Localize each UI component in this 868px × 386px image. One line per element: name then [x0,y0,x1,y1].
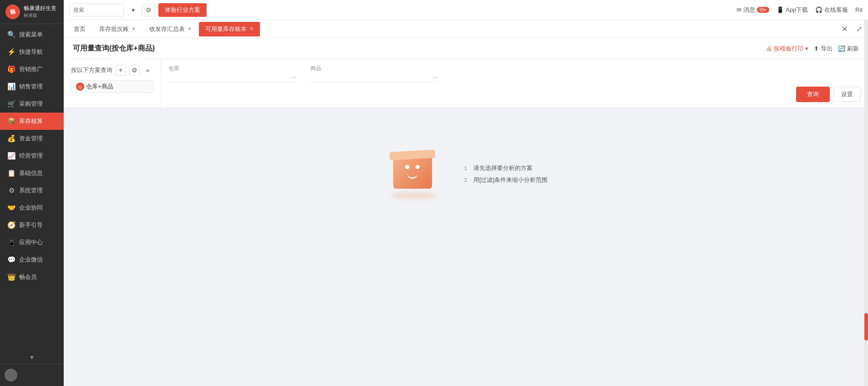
tabs-bar: 首页 库存批次账 ✕ 收发存汇总表 ✕ 可用量库存账本 ✕ ✕ ⤢ [64,20,868,38]
tab-batch-ledger[interactable]: 库存批次账 ✕ [93,22,142,36]
sidebar-item-vip[interactable]: 👑 畅会员 [0,268,64,286]
tab-available-ledger[interactable]: 可用量库存账本 ✕ [199,22,260,36]
tab-home-label: 首页 [74,25,86,33]
app-edition: 标准版 [24,12,56,19]
app-center-icon: 📱 [7,238,15,247]
tip-num-1: 1 [462,164,470,172]
right-scrollbar [864,20,868,386]
vip-icon: 👑 [7,273,15,281]
goods-more-btn[interactable]: ··· [432,73,438,81]
refresh-btn[interactable]: 🔄 刷新 [838,45,859,53]
refresh-label: 刷新 [847,45,859,53]
scheme-item-warehouse-goods[interactable]: ◎ 仓库+商品 [71,80,153,93]
tab-receipt-summary-close[interactable]: ✕ [188,26,192,32]
guide-icon: 🧭 [7,221,15,229]
search-icon: 🔍 [7,31,15,39]
sidebar-item-inventory[interactable]: 📦 库存核算 [0,113,64,130]
settings-outline-btn[interactable]: 设置 [833,87,861,102]
purchase-icon: 🛒 [7,100,15,108]
app-download-btn[interactable]: 📱 App下载 [777,6,808,14]
print-template-btn[interactable]: 🖨 按模板打印 ▾ [766,45,808,53]
filter-scheme-settings-btn[interactable]: ⚙ [129,65,140,76]
messages-btn[interactable]: ✉ 消息 99+ [736,6,769,14]
sidebar-item-marketing[interactable]: 🎁 营销推广 [0,61,64,78]
tab-batch-ledger-label: 库存批次账 [99,25,129,33]
eye-left [405,165,409,169]
empty-mouth [407,174,417,179]
sidebar-scroll-down[interactable]: ▼ [0,351,64,364]
query-btn[interactable]: 查询 [796,87,830,102]
sidebar-item-label: 基础信息 [19,169,43,177]
sidebar-item-enterprise-wechat[interactable]: 💬 企业微信 [0,251,64,268]
sidebar-item-finance[interactable]: 💰 资金管理 [0,130,64,147]
message-icon: ✉ [736,6,741,13]
username-display: Rit [855,6,863,13]
sidebar-item-label: 企业协同 [19,204,43,212]
sidebar-item-system[interactable]: ⚙ 系统管理 [0,182,64,199]
online-service-label: 在线客服 [824,6,848,14]
tip-text-1: 请先选择要分析的方案 [473,164,533,172]
sidebar-item-label: 快捷导航 [19,48,43,56]
sidebar-item-label: 采购管理 [19,100,43,108]
goods-input[interactable] [310,74,432,81]
tab-available-ledger-close[interactable]: ✕ [249,26,254,32]
scrollbar-thumb [864,313,868,340]
sidebar-item-sales[interactable]: 📊 销售管理 [0,78,64,95]
sidebar-item-label: 库存核算 [19,117,43,125]
empty-tip-1: 1 请先选择要分析的方案 [462,164,548,172]
sidebar-item-quick-nav[interactable]: ⚡ 快捷导航 [0,43,64,61]
topbar-dropdown-btn[interactable]: ▾ [127,5,138,15]
filter-field-warehouse: 仓库 ··· [168,65,296,82]
tabs-close-all-btn[interactable]: ✕ [839,24,850,35]
quick-nav-icon: ⚡ [7,48,15,56]
tab-receipt-summary-label: 收发存汇总表 [149,25,185,33]
topbar-industry-btn[interactable]: 体验行业方案 [158,3,207,17]
sidebar-item-purchase[interactable]: 🛒 采购管理 [0,95,64,113]
headset-icon: 🎧 [815,6,822,13]
tabs-expand-btn[interactable]: ⤢ [853,24,864,35]
filter-scheme-panel: 按以下方案查询 + ⚙ « ◎ 仓库+商品 [64,59,161,108]
sidebar-item-label: 经营管理 [19,152,43,160]
warehouse-input-wrapper: ··· [168,73,296,82]
sidebar: 畅 畅康通好生意 标准版 🔍 搜索菜单 ⚡ 快捷导航 🎁 营销推广 📊 销售管理… [0,0,64,386]
sidebar-item-guide[interactable]: 🧭 新手引导 [0,216,64,234]
tab-batch-ledger-close[interactable]: ✕ [132,26,136,32]
sidebar-item-label: 资金管理 [19,134,43,143]
goods-field-label: 商品 [310,65,438,72]
tabs-right-controls: ✕ ⤢ [839,24,864,35]
online-service-btn[interactable]: 🎧 在线客服 [815,6,848,14]
sidebar-item-label: 系统管理 [19,186,43,195]
app-download-label: App下载 [786,6,808,14]
filter-collapse-btn[interactable]: « [142,65,153,76]
sidebar-item-basic-info[interactable]: 📋 基础信息 [0,165,64,182]
eye-right [416,165,420,169]
sidebar-item-enterprise[interactable]: 🤝 企业协同 [0,199,64,216]
sidebar-item-label: 搜索菜单 [19,31,43,39]
tab-receipt-summary[interactable]: 收发存汇总表 ✕ [143,22,198,36]
warehouse-input[interactable] [168,74,290,81]
sidebar-item-label: 企业微信 [19,256,43,264]
export-btn[interactable]: ⬆ 导出 [814,45,832,53]
page-content: 可用量查询(按仓库+商品) 🖨 按模板打印 ▾ ⬆ 导出 🔄 刷新 [64,38,868,386]
operation-icon: 📈 [7,152,15,160]
sidebar-item-operation[interactable]: 📈 经营管理 [0,147,64,165]
topbar-search-input[interactable] [69,4,124,16]
sidebar-item-label: 畅会员 [19,273,37,281]
sidebar-item-search[interactable]: 🔍 搜索菜单 [0,26,64,43]
inventory-icon: 📦 [7,117,15,125]
printer-icon: 🖨 [766,45,772,52]
print-template-label: 按模板打印 [774,45,803,53]
sidebar-item-label: 应用中心 [19,238,43,247]
tab-home[interactable]: 首页 [67,22,92,36]
empty-illustration [384,144,443,204]
page-actions: 🖨 按模板打印 ▾ ⬆ 导出 🔄 刷新 [766,45,859,53]
warehouse-more-btn[interactable]: ··· [290,73,296,81]
filter-action-row: 查询 设置 [168,87,861,102]
topbar-settings-btn[interactable]: ⚙ [142,4,155,16]
empty-state: 1 请先选择要分析的方案 2 用[过滤]条件来缩小分析范围 [64,108,868,240]
empty-tip-2: 2 用[过滤]条件来缩小分析范围 [462,176,548,184]
sidebar-nav: 🔍 搜索菜单 ⚡ 快捷导航 🎁 营销推广 📊 销售管理 🛒 采购管理 📦 库存核… [0,24,64,351]
sidebar-item-app-center[interactable]: 📱 应用中心 [0,234,64,251]
filter-add-scheme-btn[interactable]: + [115,65,126,76]
sidebar-item-label: 新手引导 [19,221,43,229]
